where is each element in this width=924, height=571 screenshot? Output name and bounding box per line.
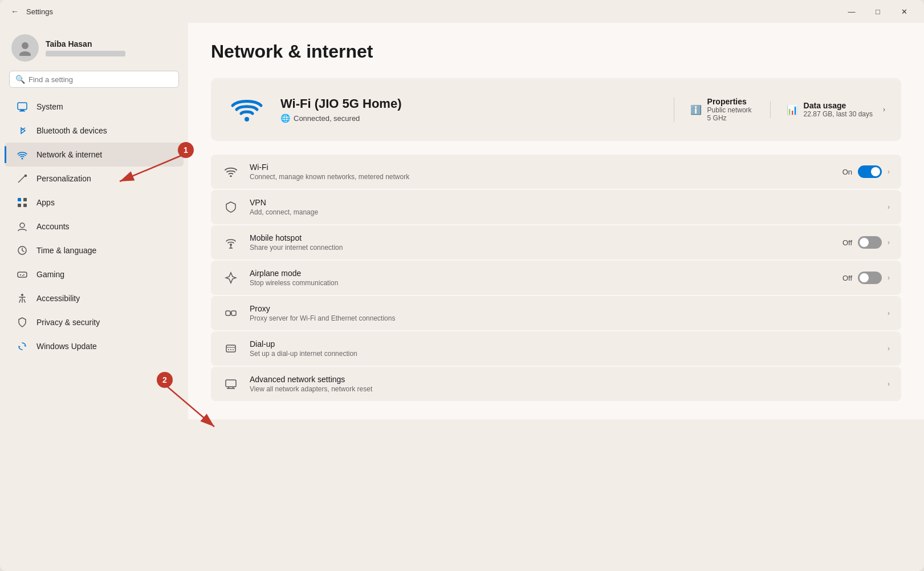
sidebar-item-update[interactable]: Windows Update: [5, 334, 184, 358]
svg-point-23: [230, 175, 232, 177]
nav-label-bluetooth: Bluetooth & devices: [36, 126, 107, 135]
svg-point-22: [245, 117, 249, 122]
sidebar-item-bluetooth[interactable]: Bluetooth & devices: [5, 119, 184, 143]
titlebar-controls: — □ ✕: [838, 0, 917, 23]
setting-right-wifi: On ›: [842, 165, 890, 178]
toggle-wifi[interactable]: [858, 165, 882, 178]
svg-rect-4: [19, 111, 25, 112]
setting-title-wifi: Wi-Fi: [250, 163, 832, 172]
svg-point-31: [230, 349, 231, 350]
svg-point-1: [19, 51, 31, 56]
setting-right-vpn: ›: [888, 203, 890, 211]
svg-point-12: [20, 223, 25, 228]
maximize-button[interactable]: □: [865, 0, 891, 23]
search-box[interactable]: 🔍: [9, 71, 179, 88]
svg-marker-21: [19, 346, 21, 348]
nav-label-time: Time & language: [36, 246, 96, 255]
setting-icon-vpn: [222, 199, 239, 216]
info-icon: ℹ️: [690, 104, 702, 115]
setting-icon-dialup: [222, 340, 239, 357]
setting-desc-airplane: Stop wireless communication: [250, 279, 832, 287]
content-area: Network & internet Wi-Fi (JIO 5G Home) 🌐: [188, 23, 924, 419]
svg-rect-9: [23, 198, 27, 201]
titlebar-title: Settings: [26, 7, 53, 16]
svg-rect-2: [18, 103, 27, 110]
setting-row-proxy[interactable]: Proxy Proxy server for Wi-Fi and Etherne…: [211, 296, 901, 330]
setting-icon-proxy: [222, 305, 239, 322]
chevron-airplane: ›: [888, 274, 890, 282]
datausage-chevron: ›: [883, 106, 885, 114]
globe-icon: 🌐: [280, 114, 290, 123]
sidebar-item-accounts[interactable]: Accounts: [5, 214, 184, 238]
setting-text-dialup: Dial-up Set up a dial-up internet connec…: [250, 339, 877, 358]
setting-row-dialup[interactable]: Dial-up Set up a dial-up internet connec…: [211, 331, 901, 366]
sidebar-item-personalization[interactable]: Personalization: [5, 167, 184, 191]
close-button[interactable]: ✕: [891, 0, 917, 23]
sidebar-item-system[interactable]: System: [5, 95, 184, 119]
avatar: [11, 34, 39, 62]
properties-sub1: Public network: [707, 106, 752, 114]
svg-rect-26: [231, 311, 236, 315]
annotation-2: 2: [157, 372, 173, 388]
sidebar-item-accessibility[interactable]: Accessibility: [5, 286, 184, 310]
settings-list: Wi-Fi Connect, manage known networks, me…: [211, 155, 901, 401]
setting-text-airplane: Airplane mode Stop wireless communicatio…: [250, 269, 832, 287]
properties-sub2: 5 GHz: [707, 114, 752, 122]
search-input[interactable]: [29, 75, 173, 84]
setting-desc-proxy: Proxy server for Wi-Fi and Ethernet conn…: [250, 314, 877, 322]
svg-point-5: [22, 158, 23, 160]
svg-point-19: [21, 294, 23, 296]
svg-line-6: [18, 176, 25, 183]
svg-point-0: [22, 42, 29, 49]
setting-text-hotspot: Mobile hotspot Share your internet conne…: [250, 233, 832, 252]
toggle-hotspot[interactable]: [858, 236, 882, 249]
wifi-properties[interactable]: ℹ️ Properties Public network 5 GHz: [674, 97, 752, 122]
setting-desc-advanced: View all network adapters, network reset: [250, 385, 877, 393]
toggle-label-hotspot: Off: [842, 238, 852, 247]
svg-rect-7: [25, 175, 27, 177]
wifi-data-usage[interactable]: 📊 Data usage 22.87 GB, last 30 days ›: [770, 101, 885, 118]
toggle-airplane[interactable]: [858, 272, 882, 284]
setting-row-wifi[interactable]: Wi-Fi Connect, manage known networks, me…: [211, 155, 901, 189]
nav-icon-update: [16, 340, 29, 353]
setting-row-advanced[interactable]: Advanced network settings View all netwo…: [211, 367, 901, 401]
setting-row-airplane[interactable]: Airplane mode Stop wireless communicatio…: [211, 261, 901, 295]
svg-point-18: [22, 275, 23, 276]
nav-icon-system: [16, 100, 29, 113]
setting-row-vpn[interactable]: VPN Add, connect, manage ›: [211, 190, 901, 224]
sidebar-item-privacy[interactable]: Privacy & security: [5, 310, 184, 334]
svg-rect-28: [226, 345, 235, 352]
app-body: Taiba Hasan 🔍 System Bluetooth & devices…: [0, 23, 924, 419]
sidebar-item-apps[interactable]: Apps: [5, 191, 184, 214]
setting-desc-vpn: Add, connect, manage: [250, 208, 877, 216]
setting-icon-hotspot: [222, 234, 239, 251]
nav-icon-bluetooth: [16, 124, 29, 137]
properties-label: Properties: [707, 97, 752, 106]
minimize-button[interactable]: —: [838, 0, 865, 23]
datausage-label: Data usage: [804, 101, 873, 110]
setting-desc-dialup: Set up a dial-up internet connection: [250, 350, 877, 358]
setting-text-vpn: VPN Add, connect, manage: [250, 198, 877, 216]
setting-title-dialup: Dial-up: [250, 339, 877, 349]
sidebar-item-time[interactable]: Time & language: [5, 238, 184, 262]
svg-rect-10: [18, 204, 21, 207]
sidebar-item-gaming[interactable]: Gaming: [5, 262, 184, 286]
wifi-icon-large: [227, 90, 267, 129]
setting-right-airplane: Off ›: [842, 272, 890, 284]
back-button[interactable]: ←: [7, 3, 23, 19]
wifi-status-text: Connected, secured: [294, 114, 360, 123]
search-icon: 🔍: [15, 75, 25, 84]
page-title: Network & internet: [211, 41, 901, 62]
svg-rect-11: [23, 204, 27, 207]
svg-point-32: [233, 349, 234, 350]
setting-row-hotspot[interactable]: Mobile hotspot Share your internet conne…: [211, 225, 901, 260]
sidebar-item-network[interactable]: Network & internet: [5, 143, 184, 167]
nav-label-personalization: Personalization: [36, 174, 91, 183]
chevron-proxy: ›: [888, 309, 890, 317]
nav-list: System Bluetooth & devices Network & int…: [0, 95, 188, 358]
nav-label-system: System: [36, 102, 63, 111]
user-subtitle: [46, 51, 125, 56]
setting-right-dialup: ›: [888, 345, 890, 353]
user-info: Taiba Hasan: [46, 39, 125, 56]
user-name: Taiba Hasan: [46, 39, 125, 48]
